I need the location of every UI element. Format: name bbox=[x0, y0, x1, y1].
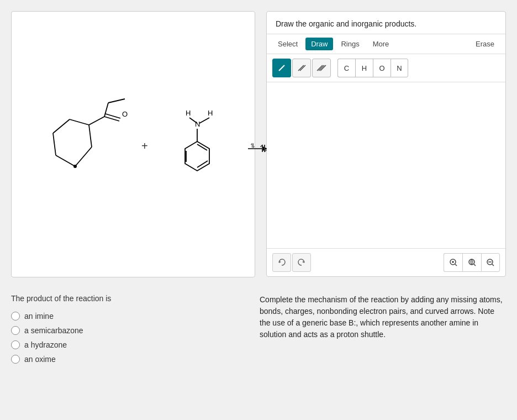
radio-label-oxime: an oxime bbox=[24, 355, 56, 364]
molecule-1: O bbox=[53, 99, 128, 168]
select-button[interactable]: Select bbox=[272, 38, 303, 50]
svg-marker-34 bbox=[302, 261, 304, 263]
radio-oxime[interactable]: an oxime bbox=[11, 355, 249, 364]
double-bond-icon bbox=[297, 63, 307, 73]
radio-label-imine: an imine bbox=[24, 312, 54, 321]
draw-button[interactable]: Draw bbox=[305, 38, 333, 50]
svg-line-4 bbox=[89, 125, 92, 147]
draw-canvas[interactable] bbox=[267, 82, 505, 248]
atom-c-button[interactable]: C bbox=[337, 59, 355, 77]
bond-tools: C H O N bbox=[267, 54, 505, 82]
svg-text:N: N bbox=[195, 120, 200, 128]
atom-button-group: C H O N bbox=[337, 59, 408, 77]
left-panel: O + H H N bbox=[11, 11, 255, 277]
molecule-svg: O + H H N bbox=[23, 23, 244, 255]
svg-marker-33 bbox=[279, 261, 281, 263]
svg-line-36 bbox=[455, 264, 457, 266]
right-panel: Draw the organic and inorganic products.… bbox=[266, 11, 506, 277]
erase-button[interactable]: Erase bbox=[470, 38, 500, 50]
single-bond-button[interactable] bbox=[272, 59, 291, 77]
radio-semicarbazone[interactable]: a semicarbazone bbox=[11, 326, 249, 335]
svg-point-12 bbox=[73, 165, 77, 168]
radio-group: an imine a semicarbazone a hydrazone an … bbox=[11, 312, 249, 364]
radio-hydrazone[interactable]: a hydrazone bbox=[11, 340, 249, 349]
svg-line-3 bbox=[70, 119, 89, 125]
radio-circle-oxime[interactable] bbox=[11, 355, 20, 364]
atom-n-button[interactable]: N bbox=[391, 59, 408, 77]
svg-line-20 bbox=[197, 144, 207, 150]
atom-o-button[interactable]: O bbox=[373, 59, 391, 77]
molecule-2: H H N bbox=[185, 109, 213, 171]
triple-bond-button[interactable] bbox=[312, 59, 331, 77]
zoom-out-button[interactable] bbox=[481, 253, 500, 272]
rings-button[interactable]: Rings bbox=[335, 38, 365, 50]
zoom-fit-button[interactable] bbox=[462, 253, 481, 272]
triple-bond-icon bbox=[316, 63, 326, 73]
svg-line-21 bbox=[197, 161, 208, 167]
radio-circle-imine[interactable] bbox=[11, 312, 20, 321]
radio-imine[interactable]: an imine bbox=[11, 312, 249, 321]
redo-button[interactable] bbox=[292, 253, 311, 272]
undo-redo-group bbox=[272, 253, 311, 272]
zoom-controls bbox=[444, 253, 500, 272]
top-toolbar: Select Draw Rings More Erase bbox=[267, 34, 505, 54]
instruction-text: Draw the organic and inorganic products. bbox=[267, 12, 505, 34]
svg-line-40 bbox=[474, 264, 476, 266]
zoom-fit-icon bbox=[468, 258, 477, 267]
svg-marker-19 bbox=[185, 141, 209, 171]
page-container: O + H H N bbox=[11, 11, 506, 369]
zoom-out-icon bbox=[486, 258, 495, 267]
radio-circle-semicarbazone[interactable] bbox=[11, 326, 20, 335]
bottom-toolbar bbox=[267, 248, 505, 276]
zoom-in-button[interactable] bbox=[444, 253, 462, 272]
more-button[interactable]: More bbox=[367, 38, 395, 50]
svg-line-27 bbox=[279, 65, 284, 71]
mechanism-instructions: Complete the mechanism of the reaction b… bbox=[260, 288, 506, 346]
svg-text:⇌: ⇌ bbox=[249, 143, 256, 148]
svg-line-6 bbox=[89, 117, 104, 125]
svg-text:H: H bbox=[186, 109, 191, 117]
molecule-area: O + H H N bbox=[23, 23, 244, 266]
atom-h-button[interactable]: H bbox=[355, 59, 373, 77]
undo-button[interactable] bbox=[272, 253, 291, 272]
redo-icon bbox=[297, 258, 306, 267]
svg-line-5 bbox=[75, 147, 92, 166]
radio-label-semicarbazone: a semicarbazone bbox=[24, 326, 83, 335]
double-bond-button[interactable] bbox=[292, 59, 311, 77]
undo-icon bbox=[277, 258, 286, 267]
single-bond-icon bbox=[277, 63, 287, 73]
radio-circle-hydrazone[interactable] bbox=[11, 340, 20, 349]
reaction-arrow: ⇌ ⇌ bbox=[248, 143, 269, 153]
plus-sign: + bbox=[141, 140, 148, 152]
svg-line-43 bbox=[492, 264, 494, 266]
svg-line-0 bbox=[56, 155, 75, 166]
mechanism-text: Complete the mechanism of the reaction b… bbox=[260, 294, 506, 340]
top-row: O + H H N bbox=[11, 11, 506, 277]
svg-line-1 bbox=[53, 133, 56, 155]
product-question: The product of the reaction is bbox=[11, 294, 249, 303]
svg-line-2 bbox=[53, 119, 70, 133]
bottom-row: The product of the reaction is an imine … bbox=[11, 288, 506, 369]
svg-text:H: H bbox=[208, 109, 213, 117]
bottom-left-panel: The product of the reaction is an imine … bbox=[11, 288, 249, 369]
zoom-in-icon bbox=[449, 258, 458, 267]
svg-line-17 bbox=[199, 118, 209, 123]
radio-label-hydrazone: a hydrazone bbox=[24, 340, 67, 349]
svg-line-11 bbox=[108, 99, 125, 103]
svg-text:O: O bbox=[122, 110, 128, 118]
